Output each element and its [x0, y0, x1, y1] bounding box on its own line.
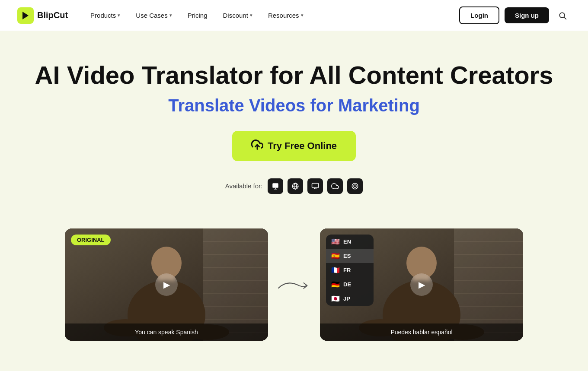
lang-code-fr: FR — [343, 267, 351, 273]
nav-discount[interactable]: Discount ▾ — [216, 8, 259, 22]
search-button[interactable] — [554, 7, 571, 24]
svg-marker-0 — [22, 12, 29, 19]
lang-code-jp: JP — [343, 295, 350, 302]
language-dropdown: 🇺🇸 EN 🇪🇸 ES 🇫🇷 FR 🇩🇪 DE 🇯🇵 JP — [326, 235, 374, 306]
nav-links: Products ▾ Use Cases ▾ Pricing Discount … — [83, 8, 459, 22]
flag-en: 🇺🇸 — [331, 238, 340, 246]
hero-subtitle: Translate Videos for Marketing — [9, 96, 579, 115]
svg-rect-9 — [312, 183, 319, 188]
original-subtitle-bar: You can speak Spanish — [65, 323, 268, 341]
upload-cloud-icon — [251, 139, 263, 153]
platform-icon-1 — [268, 178, 283, 194]
flag-fr: 🇫🇷 — [331, 266, 340, 274]
lang-item-es[interactable]: 🇪🇸 ES — [326, 249, 374, 263]
svg-point-10 — [354, 185, 356, 187]
platform-icon-2 — [288, 178, 303, 194]
nav-resources[interactable]: Resources ▾ — [261, 8, 310, 22]
nav-products[interactable]: Products ▾ — [83, 8, 127, 22]
lang-item-fr[interactable]: 🇫🇷 FR — [326, 263, 374, 277]
nav-use-cases[interactable]: Use Cases ▾ — [129, 8, 179, 22]
arrow-connector — [268, 276, 320, 293]
available-label: Available for: — [225, 182, 262, 190]
lang-item-en[interactable]: 🇺🇸 EN — [326, 235, 374, 249]
flag-de: 🇩🇪 — [331, 280, 340, 289]
original-subtitle-text: You can speak Spanish — [135, 329, 198, 336]
translated-play-button[interactable]: ▶ — [410, 273, 433, 296]
platform-icons — [268, 178, 363, 194]
login-button[interactable]: Login — [459, 6, 499, 24]
nav-pricing[interactable]: Pricing — [181, 8, 214, 22]
hero-subtitle-dynamic: Marketing — [338, 96, 420, 115]
translated-subtitle-bar: Puedes hablar español — [320, 323, 523, 341]
original-play-button[interactable]: ▶ — [155, 273, 178, 296]
lang-code-de: DE — [343, 281, 351, 288]
logo-icon — [17, 7, 34, 24]
chevron-down-icon: ▾ — [301, 13, 304, 18]
navbar: BlipCut Products ▾ Use Cases ▾ Pricing D… — [0, 0, 588, 31]
platform-icon-5 — [347, 178, 363, 194]
logo-link[interactable]: BlipCut — [17, 7, 68, 24]
platform-icon-4 — [327, 178, 343, 194]
cta-button[interactable]: Try Free Online — [232, 131, 356, 161]
hero-title: AI Video Translator for All Content Crea… — [9, 61, 579, 89]
lang-item-jp[interactable]: 🇯🇵 JP — [326, 292, 374, 306]
cta-label: Try Free Online — [268, 140, 337, 152]
available-for-bar: Available for: — [9, 178, 579, 194]
flag-es: 🇪🇸 — [331, 252, 340, 260]
brand-name: BlipCut — [37, 10, 68, 20]
original-video-card: ▶ ORIGINAL You can speak Spanish — [65, 228, 268, 341]
svg-line-2 — [564, 17, 566, 19]
lang-code-es: ES — [343, 253, 351, 259]
video-section: ▶ ORIGINAL You can speak Spanish — [0, 220, 588, 367]
chevron-down-icon: ▾ — [250, 13, 252, 18]
platform-icon-3 — [307, 178, 323, 194]
translation-arrow-icon — [275, 276, 313, 293]
signup-button[interactable]: Sign up — [505, 7, 549, 23]
hero-subtitle-static: Translate Videos for — [168, 96, 333, 115]
flag-jp: 🇯🇵 — [331, 295, 340, 303]
nav-actions: Login Sign up — [459, 6, 571, 24]
svg-rect-4 — [272, 183, 278, 188]
chevron-down-icon: ▾ — [118, 13, 120, 18]
lang-item-de[interactable]: 🇩🇪 DE — [326, 277, 374, 292]
hero-section: AI Video Translator for All Content Crea… — [0, 31, 588, 220]
svg-point-11 — [352, 183, 358, 189]
search-icon — [558, 11, 567, 20]
lang-code-en: EN — [343, 238, 351, 245]
original-badge: ORIGINAL — [71, 235, 111, 245]
chevron-down-icon: ▾ — [169, 13, 172, 18]
translated-subtitle-text: Puedes hablar español — [390, 329, 452, 336]
translated-video-card: ▶ 🇺🇸 EN 🇪🇸 ES 🇫🇷 FR 🇩🇪 DE 🇯🇵 JP — [320, 228, 523, 341]
